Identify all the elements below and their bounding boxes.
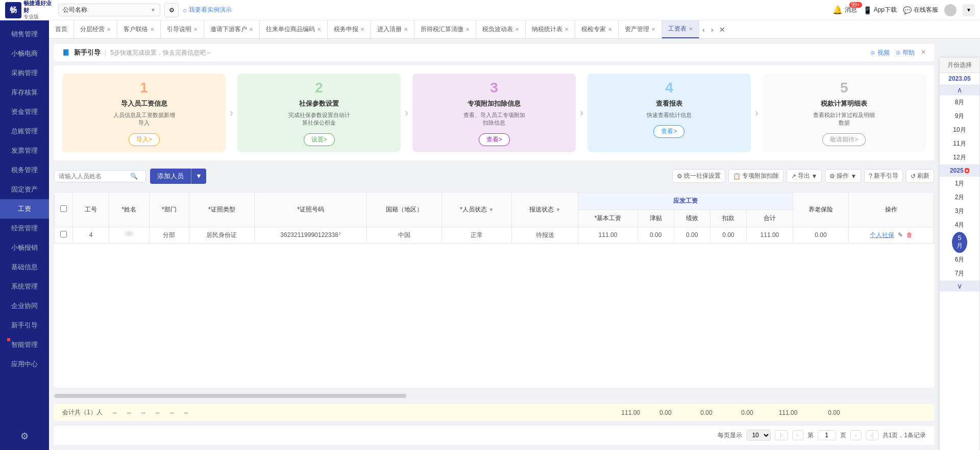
tab-tax-report[interactable]: 税务申报 ✕ xyxy=(328,20,371,38)
tab-tax-expert[interactable]: 税检专家 ✕ xyxy=(575,20,619,38)
tab-clearance[interactable]: 进入清册 ✕ xyxy=(371,20,414,38)
sidebar-item-fixed[interactable]: 固定资产 xyxy=(0,180,49,199)
month-item-11[interactable]: 11月 xyxy=(940,137,979,151)
app-download-button[interactable]: 📱 App下载 xyxy=(863,6,897,14)
month-item-4[interactable]: 4月 xyxy=(940,218,979,232)
sidebar-item-enterprise[interactable]: 企业协同 xyxy=(0,296,49,316)
table-scrollbar[interactable] xyxy=(54,394,934,398)
month-item-2[interactable]: 2月 xyxy=(940,191,979,204)
tab-invite[interactable]: 邀请下游客户 ✕ xyxy=(204,20,260,38)
tab-close-tax-calc[interactable]: ✕ xyxy=(465,27,470,32)
step-1-btn[interactable]: 导入> xyxy=(129,133,160,146)
sidebar-item-purchase[interactable]: 采购管理 xyxy=(0,63,49,83)
message-button[interactable]: 🔔 消息 99+ xyxy=(832,5,857,15)
page-prev-btn[interactable]: ‹ xyxy=(792,430,803,440)
operate-btn[interactable]: ⚙ 操作 ▼ xyxy=(825,169,861,183)
export-btn[interactable]: ↗ 导出 ▼ xyxy=(787,169,822,183)
per-page-select[interactable]: 10 20 50 xyxy=(746,430,771,441)
month-item-5[interactable]: 5月 xyxy=(952,232,967,253)
sidebar-item-sales[interactable]: 销售管理 xyxy=(0,25,49,44)
month-item-7[interactable]: 7月 xyxy=(940,267,979,280)
social-settings-btn[interactable]: ⚙ 统一社保设置 xyxy=(672,169,725,183)
tab-close-invite[interactable]: ✕ xyxy=(249,27,253,32)
tab-next-btn[interactable]: › xyxy=(708,20,717,38)
demo-link[interactable]: ○ 我要看实例演示 xyxy=(183,6,232,14)
step-2-btn[interactable]: 设置> xyxy=(304,133,335,146)
sidebar-item-capital[interactable]: 资金管理 xyxy=(0,102,49,122)
user-avatar[interactable] xyxy=(944,4,957,16)
sidebar-item-smart[interactable]: 智能管理 xyxy=(0,335,49,354)
month-panel-down-btn[interactable]: ∨ xyxy=(940,280,979,292)
sidebar-item-xiaochang[interactable]: 小畅报销 xyxy=(0,238,49,257)
tab-close-product[interactable]: ✕ xyxy=(317,27,321,32)
sidebar-item-ledger[interactable]: 总账管理 xyxy=(0,122,49,141)
tab-close-all-btn[interactable]: ✕ xyxy=(716,20,728,38)
step-3-btn[interactable]: 查看> xyxy=(479,133,510,146)
tab-close-layered[interactable]: ✕ xyxy=(107,27,111,32)
tab-tax-stats[interactable]: 纳税统计表 ✕ xyxy=(526,20,575,38)
sidebar-item-salary[interactable]: 工资 xyxy=(0,199,49,219)
tab-layered[interactable]: 分层经营 ✕ xyxy=(74,20,117,38)
new-guide-btn[interactable]: ? 新手引导 xyxy=(864,169,903,183)
month-item-10[interactable]: 10月 xyxy=(940,123,979,137)
sidebar-item-app-center[interactable]: 应用中心 xyxy=(0,354,49,374)
month-item-3[interactable]: 3月 xyxy=(940,204,979,218)
tab-close-tax-relief[interactable]: ✕ xyxy=(515,27,519,32)
delete-btn[interactable]: 🗑 xyxy=(906,231,913,239)
page-first-btn[interactable]: |‹ xyxy=(775,430,788,440)
month-item-12[interactable]: 12月 xyxy=(940,151,979,164)
tab-guide[interactable]: 引导说明 ✕ xyxy=(161,20,204,38)
select-all-checkbox[interactable] xyxy=(60,205,67,212)
sidebar-item-tax[interactable]: 税务管理 xyxy=(0,160,49,180)
page-last-btn[interactable]: ›| xyxy=(866,430,878,440)
month-item-8[interactable]: 8月 xyxy=(940,96,979,109)
special-deduct-btn[interactable]: 📋 专项附加扣除 xyxy=(728,169,783,183)
tab-home[interactable]: 首页 xyxy=(49,20,74,38)
search-input[interactable] xyxy=(59,173,130,180)
tab-tax-relief[interactable]: 税负波动表 ✕ xyxy=(476,20,526,38)
personal-social-btn[interactable]: 个人社保 xyxy=(870,231,894,239)
sidebar-item-inventory[interactable]: 库存核算 xyxy=(0,83,49,102)
tab-close-tax-expert[interactable]: ✕ xyxy=(608,27,612,32)
tab-asset[interactable]: 资产管理 ✕ xyxy=(619,20,662,38)
sidebar-item-ecommerce[interactable]: 小畅电商 xyxy=(0,44,49,63)
page-next-btn[interactable]: › xyxy=(850,430,862,440)
step-5-btn[interactable]: 敬请期待> xyxy=(822,133,866,146)
add-person-dropdown-btn[interactable]: ▼ xyxy=(191,169,206,184)
row-checkbox[interactable] xyxy=(60,231,67,238)
tab-close-guide[interactable]: ✕ xyxy=(193,27,198,32)
tab-product-code[interactable]: 往来单位商品编码 ✕ xyxy=(260,20,328,38)
tab-customers[interactable]: 客户联络 ✕ xyxy=(117,20,161,38)
tab-close-salary[interactable]: ✕ xyxy=(689,26,693,32)
guide-video-link[interactable]: ⊙ 视频 xyxy=(870,49,889,57)
tab-close-clearance[interactable]: ✕ xyxy=(404,27,408,32)
month-panel-up-btn[interactable]: ∧ xyxy=(940,84,979,96)
company-selector[interactable]: 公司名称 ▼ xyxy=(58,4,160,16)
tab-tax-calc[interactable]: 所得税汇算清缴 ✕ xyxy=(414,20,476,38)
tab-close-tax[interactable]: ✕ xyxy=(360,27,364,32)
user-menu-button[interactable]: ▼ xyxy=(963,4,975,16)
month-item-6[interactable]: 6月 xyxy=(940,253,979,267)
sidebar-item-invoice[interactable]: 发票管理 xyxy=(0,141,49,160)
tab-close-tax-stats[interactable]: ✕ xyxy=(565,27,569,32)
sidebar-item-guide[interactable]: 新手引导 xyxy=(0,316,49,335)
tab-salary[interactable]: 工资表 ✕ xyxy=(662,20,699,38)
month-item-1[interactable]: 1月 xyxy=(940,177,979,191)
settings-icon[interactable]: ⚙ xyxy=(164,3,179,17)
guide-close-btn[interactable]: ✕ xyxy=(921,49,926,57)
tab-close-customers[interactable]: ✕ xyxy=(150,27,154,32)
sidebar-item-operation[interactable]: 经营管理 xyxy=(0,219,49,238)
sidebar-item-system[interactable]: 系统管理 xyxy=(0,277,49,296)
edit-btn[interactable]: ✎ xyxy=(898,231,903,239)
sidebar-item-basic[interactable]: 基础信息 xyxy=(0,257,49,277)
page-num-input[interactable] xyxy=(818,430,836,440)
add-person-button[interactable]: 添加人员 xyxy=(150,169,191,184)
guide-help-link[interactable]: ⊙ 帮助 xyxy=(896,49,915,57)
month-item-9[interactable]: 9月 xyxy=(940,109,979,123)
refresh-btn[interactable]: ↺ 刷新 xyxy=(906,169,934,183)
search-icon[interactable]: 🔍 xyxy=(130,173,138,180)
settings-gear-icon[interactable]: ⚙ xyxy=(20,427,29,446)
step-4-btn[interactable]: 查看> xyxy=(653,125,684,138)
tab-prev-btn[interactable]: ‹ xyxy=(699,20,708,38)
online-service-button[interactable]: 💬 在线客服 xyxy=(903,6,938,14)
